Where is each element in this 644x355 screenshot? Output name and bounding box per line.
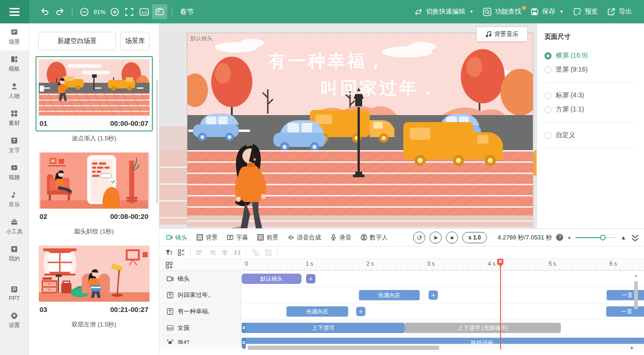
zoom-in-icon [110,7,119,16]
play-button[interactable]: ▶ [429,232,442,244]
hscroll-right-arrow[interactable]: ▶ [631,346,634,350]
sidebar-item-tools[interactable]: 小工具 [0,213,29,240]
size-option-label: 横屏 (16:9) [556,51,587,60]
sidebar-item-assets[interactable]: 素材 [0,105,29,132]
scene-card-01[interactable]: 0100:00-00:07 [36,56,153,131]
add-animation-button[interactable]: + [356,307,365,316]
save-label: 保存 [542,7,555,16]
manage-tracks-icon[interactable] [178,249,185,256]
assets-icon [10,109,18,117]
timeline-zoom-slider[interactable] [575,234,616,241]
track-label-girl[interactable]: SVG女孩 [159,320,241,336]
collapse-timeline-icon[interactable] [630,233,640,243]
add-animation-button[interactable]: + [429,290,438,300]
timeline-tab-camera[interactable]: 镜头 [166,233,187,242]
track-label-text-line2[interactable]: 叫回家过年。 [159,287,241,303]
timeline-block[interactable]: 默认镜头 [242,274,301,284]
block-drag-handle[interactable] [242,338,246,348]
timeline-block[interactable]: 光速向左 [286,306,348,317]
replay-button[interactable]: ↺ [413,232,425,244]
sidebar-item-video[interactable]: 视频 [0,159,29,186]
sidebar-item-music[interactable]: 音乐 [0,186,29,213]
feature-search-button[interactable]: 功能查找 [479,4,525,19]
ruler-label-1: 1 s [306,261,313,267]
export-button[interactable]: 导出 [603,4,636,19]
quick-edit-button[interactable]: 切换快速编辑 ▼ [411,4,477,19]
timeline-block[interactable]: 上下漂浮 (无限循环) [405,323,561,333]
timeline-block[interactable]: 一直 [607,290,644,300]
scene-card-03[interactable]: 0300:21-00:27 [36,242,153,318]
background-music-button[interactable]: 背景音乐 [477,27,527,41]
tts-tab-icon [287,234,294,241]
tv-safe-area-button[interactable] [152,4,167,19]
slider-thumb[interactable] [600,235,606,240]
playback-speed-button[interactable]: x 1.0 [462,232,487,243]
size-option-3[interactable]: 标屏 (4:3) [544,88,644,102]
scene-library-button[interactable]: 场景库 [121,32,150,51]
stop-button[interactable]: ■ [446,232,458,244]
add-track-icon[interactable] [165,261,173,269]
sidebar-item-characters[interactable]: 人物 [0,78,29,105]
timeline-zoom-out-icon[interactable]: ▲ [567,236,571,239]
preview-button[interactable]: 预览 [569,4,601,19]
actual-size-button[interactable]: 1:1 [136,4,152,19]
sidebar-item-settings[interactable]: 设置 [0,307,29,334]
scene-transition-label[interactable]: 圆头斜纹 (1秒) [29,227,159,236]
sidebar-item-scenes[interactable]: 场景 [0,23,29,51]
help-icon[interactable]: ? [556,234,563,241]
timeline-ruler[interactable]: 01 s2 s3 s4 s5 s6 s [241,259,644,271]
project-title: 春节 [180,7,194,16]
sidebar-item-text[interactable]: 文字 [0,132,29,159]
size-option-2[interactable]: 竖屏 (9:16) [544,63,644,77]
save-button[interactable]: 保存 ▼ [527,4,567,19]
track-label-camera[interactable]: 镜头 [159,271,241,287]
size-option-5[interactable]: 自定义 [544,128,644,142]
scene-card-02[interactable]: 0200:08-00:20 [36,149,153,225]
size-option-4[interactable]: 方屏 (1:1) [544,102,644,116]
sidebar-item-mine[interactable]: 我的 [0,240,29,268]
zoom-out-button[interactable] [77,4,92,19]
horizontal-scrollbar[interactable] [248,346,439,350]
zoom-in-button[interactable] [107,4,122,19]
radio-icon [544,106,551,113]
vscroll-up-arrow[interactable]: ▲ [634,274,639,278]
girl-character[interactable] [224,140,271,228]
fit-screen-button[interactable] [122,4,136,19]
scene-transition-label[interactable]: 双层左滑 (1.5秒) [29,320,159,329]
divider [277,249,278,256]
block-drag-handle[interactable] [242,323,246,333]
scene-title-line2[interactable]: 叫回家过年 . [321,79,433,98]
menu-icon[interactable] [0,0,29,23]
filter-tracks-icon[interactable] [165,249,172,256]
sidebar-item-templates[interactable]: 模板 [0,51,29,78]
redo-button[interactable] [52,4,67,19]
sidebar-item-label: 素材 [9,119,20,127]
undo-button[interactable] [37,4,52,19]
timeline-tab-subtitle[interactable]: 字幕 [227,233,248,242]
radio-selected-icon [544,52,551,59]
playhead-handle[interactable] [497,259,503,265]
vscroll-down-arrow[interactable]: ▼ [634,338,639,342]
track-label-text-line1[interactable]: 有一种幸福, [159,304,241,319]
timeline-tab-record[interactable]: 录音 [330,233,351,242]
scene-transition-label[interactable]: 波点渐入 (1.5秒) [29,134,159,143]
size-option-1[interactable]: 横屏 (16:9) [544,49,644,63]
timeline-block[interactable]: 光速向左 [359,290,420,300]
add-animation-button[interactable]: + [306,274,315,283]
canvas-workspace[interactable]: 有一种幸福， 叫回家过年 . [159,23,537,228]
timeline-tab-avatar[interactable]: 数字人 [360,233,388,242]
scene-number: 03 [40,305,48,313]
new-blank-scene-button[interactable]: 新建空白场景 [38,32,116,51]
timeline-tab-background[interactable]: 背景 [196,233,218,242]
sidebar-item-label: 设置 [9,321,20,329]
scene-title-line1[interactable]: 有一种幸福， [268,51,386,71]
scene-panel-scrollbar[interactable] [156,80,158,203]
timeline-zoom-in-icon[interactable]: ▲ [621,235,626,240]
timeline-block[interactable]: 一直 [606,306,644,317]
sidebar-item-ppt[interactable]: PPT [0,280,29,307]
timeline-tab-tts[interactable]: 语音合成 [287,233,321,242]
timeline-tab-foreground[interactable]: 前景 [257,233,279,242]
timeline-block[interactable]: 上下漂浮 [242,323,405,333]
radio-icon [544,66,551,73]
vertical-scrollbar[interactable] [634,281,638,309]
